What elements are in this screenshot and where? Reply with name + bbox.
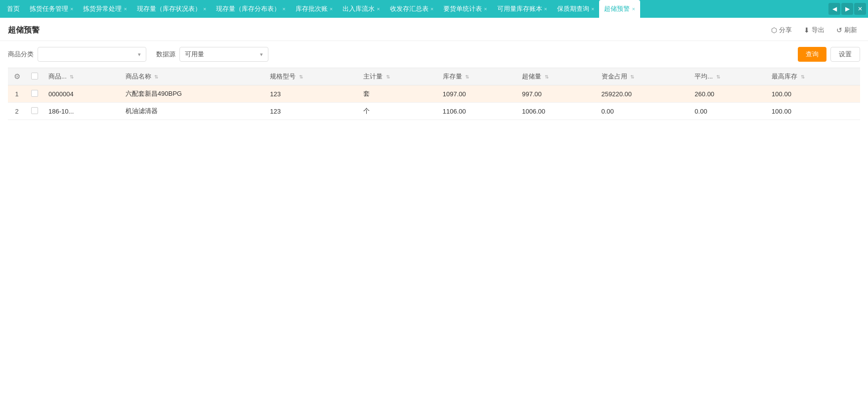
nav-item------[interactable]: 出入库流水× [338, 0, 385, 18]
nav-item-label: 首页 [7, 4, 20, 13]
row-no: 1 [8, 85, 26, 103]
col-spec-label: 规格型号 [270, 73, 296, 80]
col-avg-label: 平均... [694, 73, 713, 80]
category-select[interactable]: ▾ [38, 47, 146, 62]
col-maxstock[interactable]: 最高库存 ⇅ [767, 68, 860, 85]
col-capital-label: 资金占用 [602, 73, 627, 80]
table-row: 10000004六配套新昌490BPG123套1097.00997.002592… [8, 85, 860, 103]
col-code-sort-icon: ⇅ [70, 74, 74, 79]
share-icon: ⬡ [771, 26, 777, 34]
table-row: 2186-10...机油滤清器123个1106.001006.000.000.0… [8, 103, 860, 120]
select-all-checkbox[interactable] [31, 73, 38, 79]
datasource-select-value: 可用量 [185, 50, 204, 59]
col-unit-sort-icon: ⇅ [386, 74, 390, 79]
nav-item-label: 库存批次账 [296, 4, 328, 13]
filter-bar: 商品分类 ▾ 数据源 可用量 ▾ 查询 设置 [0, 41, 868, 68]
page-header: 超储预警 ⬡ 分享 ⬇ 导出 ↺ 刷新 [0, 18, 868, 41]
cell-name: 机油滤清器 [121, 103, 265, 120]
cell-stock: 1097.00 [438, 85, 517, 103]
col-overstock[interactable]: 超储量 ⇅ [517, 68, 596, 85]
nav-item-close-icon[interactable]: × [70, 6, 73, 12]
row-checkbox[interactable] [31, 90, 38, 97]
settings-button[interactable]: 设置 [830, 47, 860, 62]
category-chevron-icon: ▾ [138, 51, 141, 58]
export-icon: ⬇ [804, 26, 810, 34]
top-nav: 首页拣货任务管理×拣货异常处理×现存量（库存状况表）×现存量（库存分布表）×库存… [0, 0, 868, 18]
nav-item-close-icon[interactable]: × [124, 6, 127, 12]
table-body: 10000004六配套新昌490BPG123套1097.00997.002592… [8, 85, 860, 120]
nav-item-close-icon[interactable]: × [377, 6, 380, 12]
col-overstock-label: 超储量 [522, 73, 541, 80]
nav-item---[interactable]: 首页 [2, 0, 25, 18]
col-stock-sort-icon: ⇅ [465, 74, 469, 79]
nav-prev-button[interactable]: ◀ [828, 3, 840, 15]
col-unit[interactable]: 主计量 ⇅ [358, 68, 437, 85]
cell-maxstock: 100.00 [767, 85, 860, 103]
nav-item-close-icon[interactable]: × [330, 6, 333, 12]
nav-close-button[interactable]: ✕ [854, 3, 866, 15]
col-capital[interactable]: 资金占用 ⇅ [597, 68, 690, 85]
nav-item-close-icon[interactable]: × [282, 6, 285, 12]
filter-actions: 查询 设置 [798, 47, 860, 62]
nav-item-------[interactable]: 拣货异常处理× [78, 0, 131, 18]
datasource-filter-group: 数据源 可用量 ▾ [156, 47, 268, 62]
col-name[interactable]: 商品名称 ⇅ [121, 68, 265, 85]
cell-capital: 259220.00 [597, 85, 690, 103]
col-avg[interactable]: 平均... ⇅ [690, 68, 767, 85]
page-container: 超储预警 ⬡ 分享 ⬇ 导出 ↺ 刷新 商品分类 ▾ 数据源 [0, 18, 868, 395]
nav-item-close-icon[interactable]: × [632, 6, 635, 12]
nav-arrows: ◀ ▶ ✕ [828, 3, 866, 15]
nav-item-----[interactable]: 超储预警× [599, 0, 640, 18]
nav-item-close-icon[interactable]: × [431, 6, 434, 12]
nav-item-label: 可用量库存账本 [497, 4, 542, 13]
col-code-label: 商品... [48, 73, 67, 80]
table-header-row: ⚙ 商品... ⇅ 商品名称 ⇅ 规格型号 ⇅ [8, 68, 860, 85]
cell-avg: 260.00 [690, 85, 767, 103]
cell-overstock: 997.00 [517, 85, 596, 103]
col-capital-sort-icon: ⇅ [630, 74, 634, 79]
row-checkbox-cell [26, 103, 43, 120]
nav-item--------[interactable]: 可用量库存账本× [492, 0, 552, 18]
row-checkbox[interactable] [31, 107, 38, 114]
category-filter-group: 商品分类 ▾ [8, 47, 146, 62]
nav-item-------[interactable]: 收发存汇总表× [385, 0, 438, 18]
cell-spec: 123 [265, 103, 358, 120]
category-label: 商品分类 [8, 50, 34, 59]
nav-item-label: 拣货异常处理 [83, 4, 122, 13]
datasource-select[interactable]: 可用量 ▾ [179, 47, 268, 62]
cell-unit: 个 [358, 103, 437, 120]
nav-item-label: 超储预警 [604, 4, 630, 13]
export-button[interactable]: ⬇ 导出 [801, 24, 827, 37]
nav-item-label: 现存量（库存分布表） [216, 4, 280, 13]
refresh-icon: ↺ [836, 26, 842, 34]
nav-item-close-icon[interactable]: × [544, 6, 547, 12]
nav-item-label: 收发存汇总表 [390, 4, 429, 13]
nav-item------[interactable]: 保质期查询× [552, 0, 599, 18]
nav-next-button[interactable]: ▶ [841, 3, 853, 15]
refresh-button[interactable]: ↺ 刷新 [833, 24, 860, 37]
row-no: 2 [8, 103, 26, 120]
col-name-label: 商品名称 [126, 73, 151, 80]
col-overstock-sort-icon: ⇅ [545, 74, 549, 79]
nav-item-label: 拣货任务管理 [30, 4, 68, 13]
nav-item-close-icon[interactable]: × [203, 6, 206, 12]
col-avg-sort-icon: ⇅ [716, 74, 720, 79]
share-button[interactable]: ⬡ 分享 [768, 24, 795, 37]
col-stock[interactable]: 库存量 ⇅ [438, 68, 517, 85]
nav-item-----------[interactable]: 现存量（库存分布表）× [211, 0, 290, 18]
col-code[interactable]: 商品... ⇅ [43, 68, 121, 85]
nav-item-close-icon[interactable]: × [484, 6, 487, 12]
nav-item------[interactable]: 库存批次账× [291, 0, 338, 18]
nav-item-close-icon[interactable]: × [591, 6, 594, 12]
query-button[interactable]: 查询 [798, 47, 826, 62]
nav-item-label: 出入库流水 [343, 4, 375, 13]
table-container: ⚙ 商品... ⇅ 商品名称 ⇅ 规格型号 ⇅ [0, 68, 868, 120]
column-gear-icon[interactable]: ⚙ [14, 72, 20, 80]
nav-item-------[interactable]: 拣货任务管理× [25, 0, 78, 18]
col-spec[interactable]: 规格型号 ⇅ [265, 68, 358, 85]
col-unit-label: 主计量 [363, 73, 383, 80]
nav-item-------[interactable]: 要货单统计表× [438, 0, 492, 18]
cell-capital: 0.00 [597, 103, 690, 120]
nav-item-label: 要货单统计表 [443, 4, 482, 13]
nav-item-----------[interactable]: 现存量（库存状况表）× [132, 0, 211, 18]
